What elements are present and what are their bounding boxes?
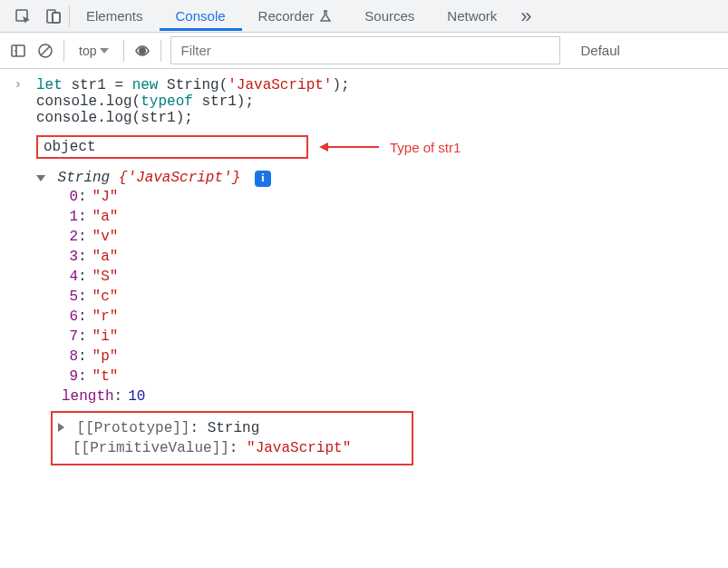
expand-toggle-icon[interactable]: [36, 175, 45, 181]
inspect-icon[interactable]: [13, 6, 33, 26]
prop-value: "i": [92, 328, 119, 345]
divider: [123, 40, 124, 62]
primitive-value: "JavaScript": [247, 440, 351, 456]
prop-index: 3: [62, 249, 78, 265]
prop-value: "r": [92, 308, 119, 325]
code-input[interactable]: let str1 = new String('JavaScript'); con…: [36, 77, 728, 126]
tab-recorder[interactable]: Recorder: [242, 1, 349, 31]
prop-value: "v": [92, 229, 119, 245]
prop-value: "p": [92, 348, 119, 365]
annotation-box-typeof: object: [36, 135, 308, 159]
console-toolbar: top Defaul: [0, 33, 728, 69]
prop-value: "c": [92, 289, 119, 305]
live-expression-icon[interactable]: [133, 42, 151, 60]
prop-value: "a": [92, 249, 119, 265]
svg-point-6: [139, 47, 146, 54]
char-property-row: 4:"S": [62, 267, 728, 287]
flask-icon: [319, 10, 332, 23]
context-selector[interactable]: top: [73, 44, 114, 58]
filter-input[interactable]: [170, 36, 560, 64]
chevron-down-icon: [100, 48, 109, 54]
char-property-row: 5:"c": [62, 287, 728, 307]
divider: [63, 40, 64, 62]
keyword-let: let: [36, 77, 63, 93]
svg-rect-4: [12, 45, 24, 56]
sidebar-toggle-icon[interactable]: [9, 42, 27, 60]
prototype-value: String: [208, 420, 260, 436]
prop-index: 4: [62, 269, 78, 285]
properties-list: 0:"J"1:"a"2:"v"3:"a"4:"S"5:"c"6:"r"7:"i"…: [62, 187, 728, 387]
prop-index: 2: [62, 229, 78, 245]
prop-value: "J": [92, 189, 119, 205]
char-property-row: 9:"t": [62, 367, 728, 387]
tab-network[interactable]: Network: [431, 1, 513, 31]
info-icon[interactable]: i: [255, 171, 271, 187]
keyword-typeof: typeof: [141, 93, 193, 110]
device-icon[interactable]: [44, 6, 63, 26]
prototype-key: [[Prototype]]: [77, 420, 190, 436]
char-property-row: 8:"p": [62, 347, 728, 367]
object-type: String: [58, 170, 119, 186]
char-property-row: 2:"v": [62, 227, 728, 247]
keyword-new: new: [132, 77, 159, 93]
prop-value: "a": [92, 209, 119, 225]
output-row-typeof: object Type of str1: [0, 129, 728, 167]
char-property-row: 3:"a": [62, 247, 728, 267]
expand-toggle-icon[interactable]: [58, 423, 64, 432]
more-tabs-icon[interactable]: »: [513, 5, 539, 28]
char-property-row: 1:"a": [62, 207, 728, 227]
clear-console-icon[interactable]: [36, 42, 54, 60]
prop-value: "S": [92, 269, 119, 285]
output-row-object: String {'JavaScript'} i 0:"J"1:"a"2:"v"3…: [0, 167, 728, 409]
length-row: length:10: [62, 387, 728, 406]
prop-index: 5: [62, 289, 78, 305]
prop-value: "t": [92, 368, 119, 385]
annotation-label: Type of str1: [390, 140, 461, 155]
prop-val-length: 10: [128, 388, 145, 405]
annotation-box-internals: [[Prototype]]: String [[PrimitiveValue]]…: [51, 411, 413, 465]
prop-index: 0: [62, 189, 78, 205]
prop-index: 7: [62, 328, 78, 345]
console-output: › let str1 = new String('JavaScript'); c…: [0, 69, 728, 465]
devtools-tabs: Elements Console Recorder Sources Networ…: [0, 0, 728, 33]
divider: [160, 40, 161, 62]
prop-index: 6: [62, 308, 78, 325]
object-preview: {'JavaScript'}: [119, 170, 240, 186]
char-property-row: 7:"i": [62, 327, 728, 347]
arrow-left-icon: [319, 142, 379, 152]
log-level-selector[interactable]: Defaul: [569, 43, 619, 58]
tab-recorder-label: Recorder: [258, 8, 315, 24]
context-label: top: [79, 44, 96, 58]
output-typeof-value: object: [44, 139, 96, 155]
char-property-row: 0:"J": [62, 187, 728, 207]
prop-index: 9: [62, 368, 78, 385]
tab-elements[interactable]: Elements: [70, 1, 160, 31]
tab-console[interactable]: Console: [160, 1, 242, 31]
char-property-row: 6:"r": [62, 307, 728, 327]
input-prompt-row: › let str1 = new String('JavaScript'); c…: [0, 74, 728, 129]
prompt-icon: ›: [0, 77, 36, 126]
tab-sources[interactable]: Sources: [348, 1, 431, 31]
primitive-key: [[PrimitiveValue]]: [73, 440, 229, 456]
prop-index: 1: [62, 209, 78, 225]
prop-key-length: length: [62, 388, 114, 405]
prop-index: 8: [62, 348, 78, 365]
svg-rect-2: [53, 13, 60, 23]
